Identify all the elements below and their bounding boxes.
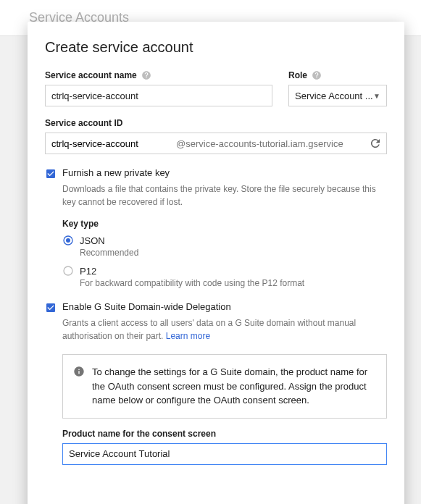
dialog-title: Create service account [45,39,387,56]
help-icon[interactable] [141,70,151,80]
product-name-label: Product name for the consent screen [62,429,387,439]
info-text: To change the settings for a G Suite dom… [92,365,376,408]
service-account-id-row: @service-accounts-tutorial.iam.gservice [45,133,387,154]
refresh-icon[interactable] [364,133,386,154]
service-account-name-label: Service account name [45,70,272,80]
key-type-title: Key type [62,219,387,229]
delegation-label: Enable G Suite Domain-wide Delegation [62,301,231,312]
key-type-json-sub: Recommended [80,248,387,258]
radio-unchecked-icon [62,265,74,277]
learn-more-link[interactable]: Learn more [166,331,210,341]
radio-checked-icon [62,235,74,246]
furnish-key-label: Furnish a new private key [62,167,170,178]
product-name-input[interactable] [62,443,387,465]
role-select[interactable]: Service Account ... ▼ [288,85,387,106]
checkbox-checked-icon [45,302,57,314]
key-type-json-radio[interactable]: JSON [62,235,387,246]
checkbox-checked-icon [45,168,57,180]
role-label: Role [288,70,387,80]
info-icon [73,366,85,380]
service-account-id-label: Service account ID [45,118,387,128]
key-type-p12-sub: For backward compatibility with code usi… [80,278,387,288]
help-icon[interactable] [312,70,322,80]
chevron-down-icon: ▼ [373,92,380,100]
service-account-id-suffix: @service-accounts-tutorial.iam.gservice [176,133,364,154]
furnish-key-description: Downloads a file that contains the priva… [62,182,387,209]
furnish-key-checkbox-row[interactable]: Furnish a new private key [45,167,387,180]
key-type-p12-radio[interactable]: P12 [62,265,387,277]
svg-point-1 [66,238,70,243]
svg-point-2 [64,266,72,275]
delegation-description: Grants a client access to all users' dat… [62,316,387,343]
create-service-account-dialog: Create service account Service account n… [28,22,404,504]
info-box: To change the settings for a G Suite dom… [62,354,387,419]
service-account-name-input[interactable] [45,85,272,106]
delegation-checkbox-row[interactable]: Enable G Suite Domain-wide Delegation [45,301,387,314]
service-account-id-input[interactable] [46,133,176,154]
